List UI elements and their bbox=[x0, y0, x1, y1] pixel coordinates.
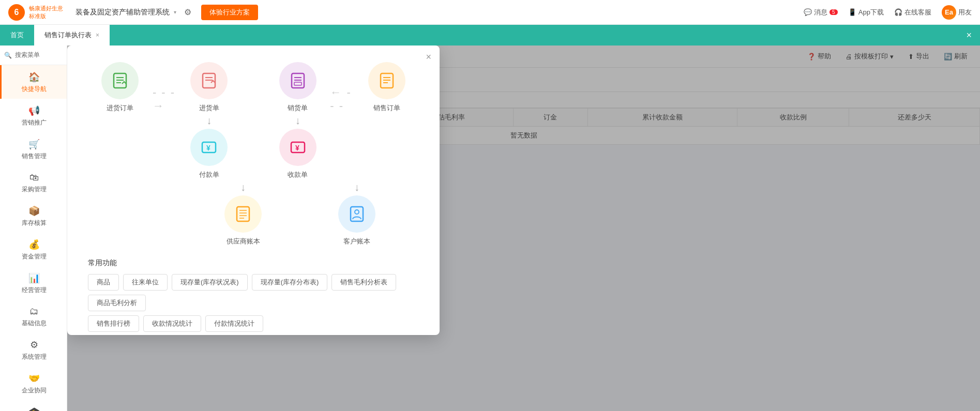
tab-home[interactable]: 首页 bbox=[0, 25, 34, 45]
user-label: 用友 bbox=[958, 8, 972, 17]
cf-btn-inventory-status[interactable]: 现存量(库存状况表) bbox=[172, 274, 248, 291]
sidebar-item-inventory-label: 库存核算 bbox=[22, 219, 47, 227]
app-icon: 📱 bbox=[848, 8, 856, 16]
purchase-order-icon bbox=[101, 62, 139, 99]
sidebar-item-operations-label: 经营管理 bbox=[22, 286, 47, 295]
sidebar-item-purchase-label: 采购管理 bbox=[22, 185, 47, 194]
operations-icon: 📊 bbox=[28, 272, 40, 284]
message-icon: 💬 bbox=[804, 8, 812, 16]
message-badge: 5 bbox=[830, 9, 838, 15]
workflow-customer-ledger[interactable]: 客户账本 bbox=[338, 195, 375, 246]
online-service-button[interactable]: 🎧 在线客服 bbox=[894, 8, 931, 17]
workflow-sales-bill[interactable]: 销货单 bbox=[279, 62, 316, 113]
search-icon: 🔍 bbox=[4, 52, 12, 59]
sidebar-item-purchase[interactable]: 🛍 采购管理 bbox=[0, 166, 67, 199]
sidebar-item-system-label: 系统管理 bbox=[22, 353, 47, 361]
customer-ledger-label: 客户账本 bbox=[343, 237, 370, 246]
basic-info-icon: 🗂 bbox=[29, 306, 39, 317]
experience-button[interactable]: 体验行业方案 bbox=[201, 5, 258, 20]
tab-sales-order-exec-close[interactable]: × bbox=[96, 32, 99, 39]
header-right: 💬 消息 5 📱 App下载 🎧 在线客服 Ea 用友 bbox=[804, 5, 972, 20]
payment-slip-icon: ¥ bbox=[190, 129, 228, 166]
purchase-order-label: 进货订单 bbox=[107, 103, 133, 113]
customer-ledger-icon bbox=[338, 195, 375, 233]
svg-rect-19 bbox=[237, 207, 249, 221]
sidebar-item-enterprise-label: 企业协同 bbox=[22, 386, 47, 395]
tab-bar-close-all[interactable]: × bbox=[966, 30, 980, 41]
workflow-section: 进货订单 - - - → bbox=[67, 45, 440, 258]
cf-btn-receipt-stats[interactable]: 收款情况统计 bbox=[143, 315, 201, 332]
cf-btn-sales-ranking[interactable]: 销售排行榜 bbox=[88, 315, 139, 332]
gear-button[interactable]: ⚙ bbox=[180, 5, 195, 20]
sidebar-item-quick-nav[interactable]: 🏠 快捷导航 bbox=[0, 65, 67, 99]
sidebar-item-system[interactable]: ⚙ 系统管理 bbox=[0, 333, 67, 367]
message-label: 消息 bbox=[814, 8, 827, 17]
sales-icon: 🛒 bbox=[28, 139, 40, 150]
tab-bar: 首页 销售订单执行表 × × bbox=[0, 25, 980, 45]
sidebar-item-basic-info-label: 基础信息 bbox=[22, 319, 47, 328]
sidebar-search[interactable]: 🔍 搜索菜单 bbox=[0, 45, 67, 65]
sidebar-item-inventory[interactable]: 📦 库存核算 bbox=[0, 199, 67, 233]
svg-point-25 bbox=[355, 210, 359, 214]
top-header: 6 畅康通好生意 标准版 装备及固定资产辅助管理系统 ▾ ⚙ 体验行业方案 💬 … bbox=[0, 0, 980, 25]
system-title: 装备及固定资产辅助管理系统 ▾ bbox=[76, 8, 176, 17]
workflow-supplier-ledger[interactable]: 供应商账本 bbox=[224, 195, 262, 246]
cf-btn-goods[interactable]: 商品 bbox=[88, 274, 119, 291]
purchase-bill-icon bbox=[190, 62, 228, 99]
sidebar-item-basic-info[interactable]: 🗂 基础信息 bbox=[0, 300, 67, 333]
svg-text:¥: ¥ bbox=[295, 144, 299, 152]
workflow-purchase-order[interactable]: 进货订单 bbox=[101, 62, 139, 113]
sidebar-item-enterprise[interactable]: 🤝 企业协同 bbox=[0, 367, 67, 400]
sales-order-label: 销售订单 bbox=[373, 103, 400, 113]
supplier-ledger-icon bbox=[224, 195, 262, 233]
message-button[interactable]: 💬 消息 5 bbox=[804, 8, 838, 17]
workflow-receipt-slip[interactable]: ¥ 收款单 bbox=[279, 129, 316, 179]
common-functions-section: 常用功能 商品 往来单位 现存量(库存状况表) 现存量(库存分布表) 销售毛利分… bbox=[67, 258, 440, 335]
workflow-purchase-bill[interactable]: 进货单 bbox=[190, 62, 228, 113]
sidebar-item-sales[interactable]: 🛒 销售管理 bbox=[0, 132, 67, 166]
main-layout: 🔍 搜索菜单 🏠 快捷导航 📢 营销推广 🛒 销售管理 🛍 采购管理 📦 库存核… bbox=[0, 45, 980, 411]
newbie-icon: 🎓 bbox=[28, 406, 40, 411]
sidebar: 🔍 搜索菜单 🏠 快捷导航 📢 营销推广 🛒 销售管理 🛍 采购管理 📦 库存核… bbox=[0, 45, 67, 411]
sidebar-item-newbie[interactable]: 🎓 新手引导 bbox=[0, 400, 67, 411]
tab-sales-order-exec-label: 销售订单执行表 bbox=[44, 31, 92, 40]
tab-home-label: 首页 bbox=[10, 31, 24, 40]
sidebar-item-sales-label: 销售管理 bbox=[22, 152, 47, 161]
cf-btn-sales-profit-analysis[interactable]: 销售毛利分析表 bbox=[331, 274, 396, 291]
receipt-slip-label: 收款单 bbox=[288, 170, 308, 179]
common-functions-buttons: 商品 往来单位 现存量(库存状况表) 现存量(库存分布表) 销售毛利分析表 商品… bbox=[88, 274, 419, 311]
marketing-icon: 📢 bbox=[28, 105, 40, 116]
sidebar-search-label: 搜索菜单 bbox=[15, 51, 40, 59]
app-download-button[interactable]: 📱 App下载 bbox=[848, 8, 884, 17]
cf-btn-payment-stats[interactable]: 付款情况统计 bbox=[205, 315, 263, 332]
workflow-payment-slip[interactable]: ¥ 付款单 bbox=[190, 129, 228, 179]
sidebar-item-finance[interactable]: 💰 资金管理 bbox=[0, 233, 67, 266]
cf-btn-goods-profit-analysis[interactable]: 商品毛利分析 bbox=[88, 295, 146, 311]
sidebar-item-marketing[interactable]: 📢 营销推广 bbox=[0, 99, 67, 132]
finance-icon: 💰 bbox=[28, 239, 40, 250]
payment-slip-label: 付款单 bbox=[199, 170, 219, 179]
cf-btn-counterparty[interactable]: 往来单位 bbox=[123, 274, 168, 291]
user-area[interactable]: Ea 用友 bbox=[942, 5, 972, 20]
cf-btn-inventory-dist[interactable]: 现存量(库存分布表) bbox=[252, 274, 328, 291]
purchase-icon: 🛍 bbox=[29, 172, 39, 183]
quick-nav-icon: 🏠 bbox=[28, 71, 40, 83]
enterprise-icon: 🤝 bbox=[28, 373, 40, 384]
online-service-label: 在线客服 bbox=[904, 8, 931, 17]
modal-overlay[interactable]: × 进货订单 bbox=[67, 45, 980, 411]
inventory-icon: 📦 bbox=[28, 205, 40, 217]
service-icon: 🎧 bbox=[894, 8, 902, 16]
sales-bill-label: 销货单 bbox=[288, 103, 308, 113]
logo-icon: 6 bbox=[8, 4, 25, 21]
system-dropdown-arrow[interactable]: ▾ bbox=[174, 9, 176, 15]
modal-box: × 进货订单 bbox=[67, 45, 440, 335]
svg-rect-10 bbox=[294, 82, 301, 85]
system-title-text: 装备及固定资产辅助管理系统 bbox=[76, 8, 170, 17]
sidebar-item-operations[interactable]: 📊 经营管理 bbox=[0, 266, 67, 300]
svg-text:¥: ¥ bbox=[206, 144, 210, 152]
modal-close-button[interactable]: × bbox=[426, 52, 431, 63]
tab-sales-order-exec[interactable]: 销售订单执行表 × bbox=[34, 25, 110, 45]
receipt-slip-icon: ¥ bbox=[279, 129, 316, 166]
workflow-sales-order[interactable]: 销售订单 bbox=[368, 62, 405, 113]
logo-area: 6 畅康通好生意 标准版 bbox=[8, 4, 76, 21]
